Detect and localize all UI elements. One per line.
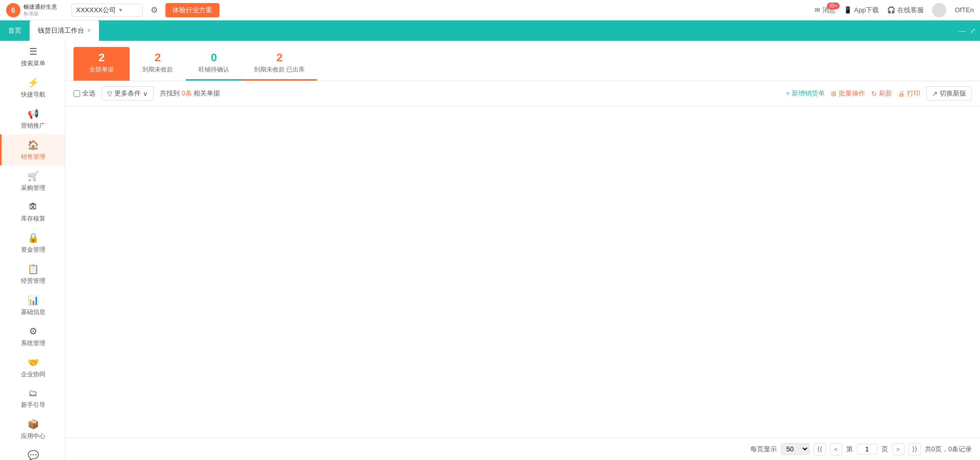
tab-active[interactable]: 钱货日清工作台 × xyxy=(30,20,99,41)
marketing-icon: 📢 xyxy=(28,108,39,119)
sidebar-item-inventory[interactable]: 🏚 库存核算 xyxy=(0,197,65,227)
stat-tab-overdue[interactable]: 2 到期未收款 xyxy=(130,47,186,81)
search-menu-icon: ☰ xyxy=(29,46,37,57)
first-page-button[interactable]: ⟨⟨ xyxy=(814,443,826,455)
sidebar-item-finance[interactable]: 🔒 资金管理 xyxy=(0,227,65,258)
sidebar-item-wechat[interactable]: 💬 企业微信 xyxy=(0,445,65,460)
download-icon: 📱 xyxy=(844,6,852,14)
print-icon: 🖨 xyxy=(898,90,905,98)
tab-home[interactable]: 首页 xyxy=(0,20,30,41)
sidebar-item-guide[interactable]: 🗂 新手引导 xyxy=(0,383,65,414)
stat-label-wangpu: 旺铺待确认 xyxy=(199,65,229,74)
stat-number-wangpu: 0 xyxy=(211,51,217,64)
tab-bar: 首页 钱货日清工作台 × — ⤢ xyxy=(0,20,980,41)
sidebar-item-app-center[interactable]: 📦 应用中心 xyxy=(0,414,65,445)
add-sale-label: + 新增销货单 xyxy=(786,89,825,98)
page-summary: 共0页，0条记录 xyxy=(925,445,972,454)
next-page-button[interactable]: ＞ xyxy=(892,443,904,455)
guide-icon: 🗂 xyxy=(29,388,38,399)
top-header: 6 畅捷通好生意 标准版 XXXXXX公司 ▾ ⚙ 体验行业方案 ✉ 消息 99… xyxy=(0,0,980,20)
app-logo: 6 xyxy=(6,3,20,17)
page-size-select[interactable]: 50 10 20 100 xyxy=(781,443,810,455)
refresh-button[interactable]: ↻ 刷新 xyxy=(871,89,892,98)
chevron-down-icon: ▾ xyxy=(119,6,122,14)
sidebar-item-system[interactable]: ⚙ 系统管理 xyxy=(0,321,65,352)
batch-icon: ⊞ xyxy=(831,90,837,98)
sidebar-item-sales[interactable]: 🏠 销售管理 xyxy=(0,134,65,165)
page-label: 第 xyxy=(846,445,853,454)
filter-label: 更多条件 xyxy=(114,89,141,98)
new-version-button[interactable]: ↗ 切换新版 xyxy=(926,86,972,101)
sidebar-item-search-menu[interactable]: ☰ 搜索菜单 xyxy=(0,41,65,72)
service-icon: 🎧 xyxy=(887,6,895,14)
page-size-label: 每页显示 xyxy=(750,445,777,454)
sidebar-item-purchase[interactable]: 🛒 采购管理 xyxy=(0,165,65,197)
stat-tab-overdue-shipped[interactable]: 2 到期未收款 已出库 xyxy=(242,47,317,81)
wechat-icon: 💬 xyxy=(28,450,39,460)
last-page-button[interactable]: ⟩⟩ xyxy=(909,443,921,455)
select-all-label: 全选 xyxy=(82,89,95,98)
stat-tab-wangpu[interactable]: 0 旺铺待确认 xyxy=(186,47,242,81)
avatar[interactable] xyxy=(932,3,946,17)
tab-bar-actions: — ⤢ xyxy=(959,27,980,35)
sidebar-label-cooperation: 企业协同 xyxy=(21,370,45,379)
print-button[interactable]: 🖨 打印 xyxy=(898,89,920,98)
settings-button[interactable]: ⚙ xyxy=(147,3,161,17)
sidebar-item-cooperation[interactable]: 🤝 企业协同 xyxy=(0,352,65,383)
prev-page-button[interactable]: ＜ xyxy=(830,443,842,455)
username[interactable]: OfTEn xyxy=(954,6,974,14)
tab-minimize-icon[interactable]: — xyxy=(959,27,966,35)
gear-icon: ⚙ xyxy=(151,5,158,15)
select-all-checkbox[interactable]: 全选 xyxy=(74,89,95,98)
sidebar-item-operations[interactable]: 📋 经营管理 xyxy=(0,258,65,289)
stat-number-overdue-shipped: 2 xyxy=(277,51,283,64)
sidebar-label-system: 系统管理 xyxy=(21,339,45,348)
basic-info-icon: 📊 xyxy=(28,295,39,306)
stat-number-all: 2 xyxy=(99,51,105,64)
sidebar-label-inventory: 库存核算 xyxy=(21,214,45,223)
sidebar-label-sales: 销售管理 xyxy=(21,153,45,161)
add-sale-order-button[interactable]: + 新增销货单 xyxy=(786,89,825,98)
stat-tab-all[interactable]: 2 全部单据 xyxy=(74,47,130,81)
sidebar-item-quick-nav[interactable]: ⚡ 快捷导航 xyxy=(0,72,65,103)
operations-icon: 📋 xyxy=(28,263,39,275)
company-selector[interactable]: XXXXXX公司 ▾ xyxy=(71,4,143,17)
found-count: 0条 xyxy=(182,89,192,97)
messages-button[interactable]: ✉ 消息 99+ xyxy=(815,6,836,15)
sales-icon: 🏠 xyxy=(28,139,39,151)
online-service-label: 在线客服 xyxy=(897,6,924,15)
stat-label-all: 全部单据 xyxy=(89,65,114,74)
messages-badge: 99+ xyxy=(827,3,840,9)
tab-close-icon[interactable]: × xyxy=(87,27,91,34)
sidebar-item-basic-info[interactable]: 📊 基础信息 xyxy=(0,289,65,321)
sidebar-label-app-center: 应用中心 xyxy=(21,432,45,441)
tab-restore-icon[interactable]: ⤢ xyxy=(970,27,976,35)
batch-operation-button[interactable]: ⊞ 批量操作 xyxy=(831,89,865,98)
more-filter-button[interactable]: ▽ 更多条件 ∨ xyxy=(102,86,154,101)
refresh-label: 刷新 xyxy=(879,89,892,98)
quick-nav-icon: ⚡ xyxy=(28,77,39,88)
cooperation-icon: 🤝 xyxy=(28,357,39,368)
sidebar: ☰ 搜索菜单 ⚡ 快捷导航 📢 营销推广 🏠 销售管理 🛒 采购管理 🏚 库存核… xyxy=(0,41,65,460)
app-center-icon: 📦 xyxy=(28,419,39,430)
system-icon: ⚙ xyxy=(29,326,37,337)
app-download-label: App下载 xyxy=(854,6,879,15)
sidebar-label-guide: 新手引导 xyxy=(21,401,45,409)
new-version-icon: ↗ xyxy=(932,90,938,98)
print-label: 打印 xyxy=(907,89,920,98)
new-version-label: 切换新版 xyxy=(940,89,966,98)
stat-label-overdue-shipped: 到期未收款 已出库 xyxy=(254,65,305,74)
toolbar-right: + 新增销货单 ⊞ 批量操作 ↻ 刷新 🖨 打印 ↗ 切换新版 xyxy=(786,86,972,101)
tab-home-label: 首页 xyxy=(8,26,21,35)
page-input[interactable] xyxy=(857,444,877,454)
stat-number-overdue: 2 xyxy=(155,51,161,64)
batch-label: 批量操作 xyxy=(839,89,865,98)
found-text: 共找到 0条 相关单据 xyxy=(160,89,220,98)
app-name: 畅捷通好生意 标准版 xyxy=(23,3,57,17)
sidebar-item-marketing[interactable]: 📢 营销推广 xyxy=(0,103,65,134)
app-download-button[interactable]: 📱 App下载 xyxy=(844,6,879,15)
select-all-input[interactable] xyxy=(74,90,80,97)
toolbar: 全选 ▽ 更多条件 ∨ 共找到 0条 相关单据 + 新增销货单 xyxy=(65,81,980,106)
trial-button[interactable]: 体验行业方案 xyxy=(165,3,219,17)
online-service-button[interactable]: 🎧 在线客服 xyxy=(887,6,924,15)
